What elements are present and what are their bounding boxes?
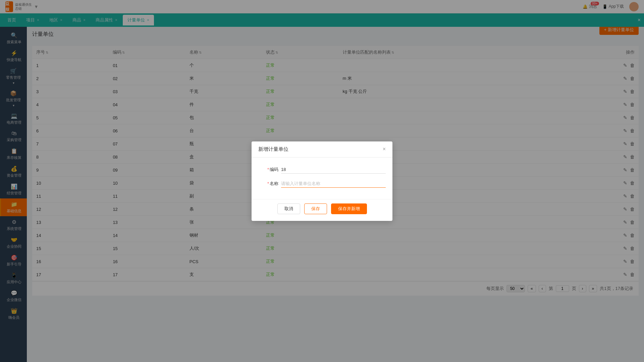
- add-unit-modal: 新增计量单位 × *编码 *名称 取消 保存 保存并新增: [252, 141, 392, 221]
- modal-close-button[interactable]: ×: [383, 146, 386, 152]
- code-label: *编码: [258, 167, 278, 173]
- modal-title: 新增计量单位: [258, 146, 288, 153]
- save-new-button[interactable]: 保存并新增: [331, 203, 367, 214]
- name-form-row: *名称: [258, 180, 386, 188]
- save-button[interactable]: 保存: [304, 203, 327, 214]
- name-required-mark: *: [267, 181, 269, 186]
- modal-overlay: 新增计量单位 × *编码 *名称 取消 保存 保存并新增: [0, 0, 644, 362]
- cancel-button[interactable]: 取消: [277, 203, 300, 214]
- name-input[interactable]: [281, 180, 386, 188]
- code-form-row: *编码: [258, 166, 386, 174]
- code-input[interactable]: [281, 166, 386, 174]
- modal-footer: 取消 保存 保存并新增: [252, 199, 392, 221]
- name-label: *名称: [258, 181, 278, 187]
- modal-header: 新增计量单位 ×: [252, 141, 392, 158]
- modal-body: *编码 *名称: [252, 158, 392, 199]
- code-required-mark: *: [267, 167, 269, 172]
